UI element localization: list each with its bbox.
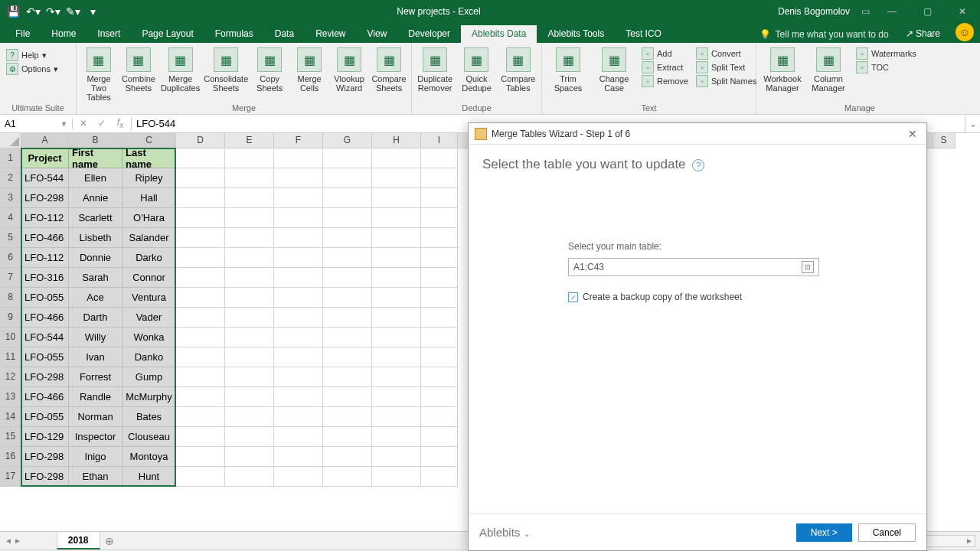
cell[interactable] (225, 387, 274, 407)
tab-data[interactable]: Data (264, 25, 305, 43)
row-header[interactable]: 10 (0, 328, 21, 347)
redo-icon[interactable]: ↷▾ (44, 3, 61, 20)
help-icon[interactable]: ? (692, 159, 704, 171)
cell[interactable] (274, 387, 323, 407)
cell[interactable]: Scarlett (69, 208, 122, 228)
cell[interactable] (323, 148, 372, 168)
cell[interactable]: Connor (122, 268, 176, 288)
ribbon-button[interactable]: ▦MergeCells (290, 46, 328, 93)
row-header[interactable]: 8 (0, 288, 21, 308)
cell[interactable]: Darko (122, 248, 176, 268)
account-icon[interactable]: ▭ (856, 6, 874, 17)
cell[interactable] (421, 268, 458, 288)
cell[interactable]: LFO-544 (21, 168, 69, 188)
cell[interactable] (323, 268, 372, 288)
cell[interactable]: LFO-298 (21, 188, 69, 208)
ribbon-small-button[interactable]: ▫Convert (696, 47, 756, 60)
cancel-formula-icon[interactable]: ✕ (77, 118, 90, 129)
column-header[interactable]: F (274, 133, 323, 148)
cell[interactable] (421, 248, 458, 268)
cell[interactable] (274, 148, 323, 168)
cell[interactable]: Hunt (122, 467, 176, 487)
cell[interactable] (176, 367, 225, 387)
ribbon-button[interactable]: ▦ColumnManager (805, 46, 851, 93)
cell[interactable] (176, 268, 225, 288)
cell[interactable]: Project (21, 148, 69, 168)
cell[interactable] (274, 248, 323, 268)
cell[interactable] (421, 407, 458, 427)
touch-mode-icon[interactable]: ✎▾ (64, 3, 81, 20)
cell[interactable]: Wonka (122, 328, 176, 347)
cell[interactable] (225, 308, 274, 328)
cell[interactable]: LFO-466 (21, 387, 69, 407)
cell[interactable] (372, 248, 421, 268)
row-header[interactable]: 3 (0, 188, 21, 208)
cell[interactable] (421, 188, 458, 208)
cell[interactable]: Norman (69, 407, 122, 427)
cell[interactable]: Ivan (69, 347, 122, 367)
tab-review[interactable]: Review (305, 25, 356, 43)
spreadsheet-grid[interactable]: 1234567891011121314151617 ABCDEFGHIS Pro… (0, 133, 980, 531)
cell[interactable]: Ventura (122, 288, 176, 308)
row-header[interactable]: 4 (0, 208, 21, 228)
tab-test-ico[interactable]: Test ICO (615, 25, 672, 43)
cell[interactable] (274, 228, 323, 248)
close-button[interactable]: ✕ (945, 0, 980, 23)
cell[interactable] (421, 148, 458, 168)
cell[interactable] (274, 467, 323, 487)
next-button[interactable]: Next > (796, 523, 852, 542)
ribbon-button[interactable]: ▦MergeTwo Tables (80, 46, 118, 102)
cell[interactable]: LFO-055 (21, 288, 69, 308)
cell[interactable] (323, 188, 372, 208)
range-picker-icon[interactable]: ⊡ (802, 261, 814, 273)
cell[interactable]: Ace (69, 288, 122, 308)
enter-formula-icon[interactable]: ✓ (96, 118, 108, 129)
minimize-button[interactable]: — (874, 0, 910, 23)
cell[interactable] (225, 288, 274, 308)
cell[interactable] (225, 407, 274, 427)
user-name[interactable]: Denis Bogomolov (772, 6, 856, 17)
cell[interactable] (176, 228, 225, 248)
cell[interactable]: Sarah (69, 268, 122, 288)
cell[interactable]: Inspector (69, 427, 122, 447)
fx-icon[interactable]: fx (114, 117, 126, 129)
ribbon-button[interactable]: ▦CompareSheets (370, 46, 408, 93)
tab-view[interactable]: View (357, 25, 398, 43)
cell[interactable] (225, 268, 274, 288)
cell[interactable] (274, 347, 323, 367)
cell[interactable] (323, 288, 372, 308)
cell[interactable] (372, 427, 421, 447)
cell[interactable]: Randle (69, 387, 122, 407)
cell[interactable] (274, 188, 323, 208)
select-all-corner[interactable] (0, 133, 21, 148)
ribbon-small-button[interactable]: ▫Remove (642, 75, 688, 87)
ribbon-small-button[interactable]: ▫TOC (856, 61, 916, 73)
cell[interactable] (274, 427, 323, 447)
cell[interactable] (372, 347, 421, 367)
cell[interactable] (323, 407, 372, 427)
row-header[interactable]: 12 (0, 367, 21, 387)
cell[interactable] (225, 427, 274, 447)
cell[interactable]: LFO-055 (21, 347, 69, 367)
cell[interactable] (372, 367, 421, 387)
save-icon[interactable]: 💾 (5, 3, 21, 20)
cell[interactable] (372, 188, 421, 208)
add-sheet-button[interactable]: ⊕ (100, 535, 119, 547)
cell[interactable] (323, 467, 372, 487)
cell[interactable] (225, 168, 274, 188)
cell[interactable] (421, 427, 458, 447)
sheet-nav-prev-icon[interactable]: ◄ (5, 536, 12, 545)
cell[interactable] (176, 188, 225, 208)
cell[interactable]: Annie (69, 188, 122, 208)
main-table-input[interactable]: A1:C43 ⊡ (568, 258, 819, 276)
share-button[interactable]: ↗ Share (897, 25, 949, 43)
qat-customize-icon[interactable]: ▾ (84, 3, 101, 20)
cell[interactable]: Donnie (69, 248, 122, 268)
cell[interactable] (323, 328, 372, 347)
cell[interactable]: LFO-316 (21, 268, 69, 288)
tab-file[interactable]: File (5, 25, 41, 43)
cell[interactable]: Bates (122, 407, 176, 427)
cell[interactable] (372, 308, 421, 328)
ribbon-small-button[interactable]: ▫Split Names (696, 75, 756, 87)
cell[interactable] (176, 328, 225, 347)
